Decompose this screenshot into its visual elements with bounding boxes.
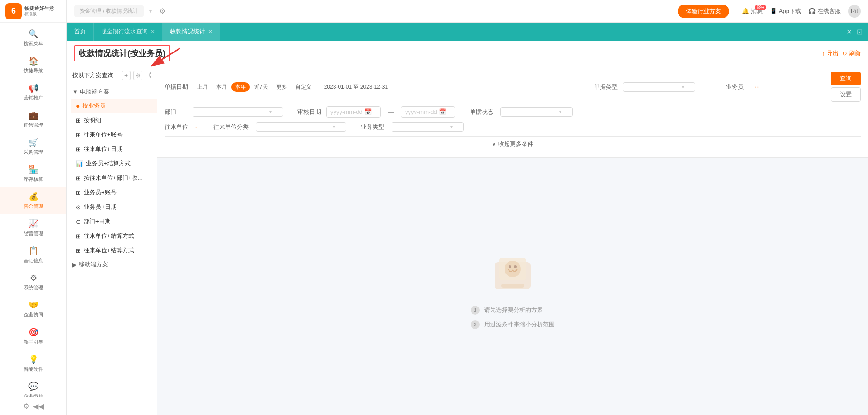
tab-receipt-close[interactable]: ✕ bbox=[208, 28, 212, 35]
query-button[interactable]: 查询 bbox=[831, 72, 861, 85]
sidebar: 6 畅捷通好生意 标准版 🔍 搜索菜单 🏠 快捷导航 📢 营销推广 💼 销售管理… bbox=[0, 0, 67, 415]
tree-item-salesperson-payment[interactable]: 📊 业务员+结算方式 bbox=[71, 156, 157, 171]
sidebar-item-sales[interactable]: 💼 销售管理 bbox=[0, 106, 66, 133]
set-button[interactable]: 设置 bbox=[831, 87, 861, 102]
svg-point-3 bbox=[509, 265, 511, 268]
page-title: 收款情况统计(按业务员) bbox=[74, 45, 170, 61]
tree-item-pp1-label: 往来单位+结算方式 bbox=[84, 232, 134, 240]
sidebar-item-basic[interactable]: 📋 基础信息 bbox=[0, 241, 66, 269]
collapse-more-bar[interactable]: ∧ 收起更多条件 bbox=[165, 136, 861, 152]
app-download-btn[interactable]: 📱 App下载 bbox=[770, 7, 801, 15]
tree-item-partner-account[interactable]: ⊞ 往来单位+账号 bbox=[71, 127, 157, 142]
biz-type-label: 业务类型 bbox=[361, 123, 384, 131]
date-tab-more[interactable]: 更多 bbox=[273, 82, 291, 92]
trial-button[interactable]: 体验行业方案 bbox=[678, 5, 729, 18]
sidebar-item-purchase[interactable]: 🛒 采购管理 bbox=[0, 133, 66, 160]
enterprise-icon: 🤝 bbox=[28, 300, 38, 310]
page-header: 收款情况统计(按业务员) ↑ 导出 ↻ 刷新 bbox=[67, 41, 868, 66]
sidebar-item-wechat[interactable]: 💬 企业微信 bbox=[0, 377, 66, 397]
step-1-number: 1 bbox=[471, 306, 480, 315]
tree-group-mobile[interactable]: ▶ 移动端方案 bbox=[67, 258, 157, 271]
svg-point-2 bbox=[505, 261, 521, 277]
sidebar-item-hardware[interactable]: 💡 智能硬件 bbox=[0, 350, 66, 377]
sidebar-item-operation[interactable]: 📈 经营管理 bbox=[0, 214, 66, 241]
tree-item-by-salesperson[interactable]: ● 按业务员 bbox=[71, 99, 157, 113]
user-avatar[interactable]: Rit bbox=[848, 5, 861, 18]
tab-receipt-stats[interactable]: 收款情况统计 ✕ bbox=[163, 23, 220, 41]
purchase-icon: 🛒 bbox=[28, 137, 38, 147]
date-tab-last-month[interactable]: 上月 bbox=[193, 82, 212, 92]
settings-footer-icon[interactable]: ⚙ bbox=[23, 402, 29, 410]
tree-item-pa-label: 往来单位+账号 bbox=[84, 131, 123, 139]
date-tab-7days[interactable]: 近7天 bbox=[250, 82, 272, 92]
doc-type-arrow: ▾ bbox=[682, 85, 684, 90]
tree-item-partner-date[interactable]: ⊞ 往来单位+日期 bbox=[71, 142, 157, 156]
tree-item-salesperson-account[interactable]: ⊞ 业务员+账号 bbox=[71, 185, 157, 200]
tab-bank-flow-close[interactable]: ✕ bbox=[151, 28, 155, 35]
date-tab-custom[interactable]: 自定义 bbox=[292, 82, 315, 92]
tab-home[interactable]: 首页 bbox=[67, 23, 94, 41]
filter-buttons: 查询 设置 bbox=[831, 72, 861, 102]
sidebar-item-system[interactable]: ⚙ 系统管理 bbox=[0, 269, 66, 296]
date-tab-this-month[interactable]: 本月 bbox=[212, 82, 231, 92]
refresh-button[interactable]: ↻ 刷新 bbox=[842, 49, 861, 57]
calendar-icon-from: 📅 bbox=[364, 108, 372, 115]
sidebar-item-search[interactable]: 🔍 搜索菜单 bbox=[0, 24, 66, 52]
biz-type-select[interactable]: ▾ bbox=[392, 122, 464, 132]
add-scheme-button[interactable]: + bbox=[122, 71, 131, 80]
tree-item-pp2-label: 往来单位+结算方式 bbox=[84, 246, 134, 255]
calendar-icon-to: 📅 bbox=[439, 108, 446, 115]
panel-collapse-button[interactable]: 《 bbox=[145, 71, 151, 80]
sidebar-item-sales-label: 销售管理 bbox=[24, 122, 43, 128]
message-btn[interactable]: 🔔 消息 99+ bbox=[742, 7, 763, 15]
finance-icon: 💰 bbox=[28, 192, 38, 202]
sidebar-item-enterprise-label: 企业协同 bbox=[24, 311, 43, 318]
filter-doctype-section: 单据类型 ▾ bbox=[594, 82, 721, 92]
sidebar-item-warehouse[interactable]: 🏪 库存核算 bbox=[0, 160, 66, 187]
salesperson-more-btn[interactable]: ··· bbox=[755, 84, 760, 90]
tree-expand-arrow: ▼ bbox=[72, 89, 78, 95]
scheme-settings-icon[interactable]: ⚙ bbox=[133, 71, 142, 80]
review-date-to[interactable]: yyyy-mm-dd 📅 bbox=[401, 106, 455, 118]
review-date-from[interactable]: yyyy-mm-dd 📅 bbox=[326, 106, 381, 118]
partner-more-btn[interactable]: ··· bbox=[194, 124, 199, 130]
tree-item-partner-dept[interactable]: ⊞ 按往来单位+部门+收... bbox=[71, 171, 157, 185]
sidebar-item-finance[interactable]: 💰 资金管理 bbox=[0, 187, 66, 214]
basic-icon: 📋 bbox=[28, 246, 38, 256]
breadcrumb-display: 资金管理 / 收款情况统计 bbox=[74, 5, 144, 17]
doc-type-label: 单据类型 bbox=[594, 83, 618, 91]
tree-item-partner-payment1[interactable]: ⊞ 往来单位+结算方式 bbox=[71, 229, 157, 243]
tree-item-dept-date[interactable]: ⊙ 部门+日期 bbox=[71, 214, 157, 229]
tree-item-sp-label: 业务员+结算方式 bbox=[86, 160, 131, 168]
dept-select[interactable]: ▾ bbox=[193, 107, 283, 117]
sidebar-item-hardware-label: 智能硬件 bbox=[24, 366, 43, 373]
doc-status-label: 单据状态 bbox=[470, 108, 493, 116]
doc-status-select[interactable]: ▾ bbox=[500, 107, 573, 117]
doc-type-select[interactable]: ▾ bbox=[623, 82, 695, 92]
date-tab-this-year[interactable]: 本年 bbox=[231, 82, 250, 92]
tree-item-by-detail[interactable]: ⊞ 按明细 bbox=[71, 113, 157, 127]
sidebar-item-quick[interactable]: 🏠 快捷导航 bbox=[0, 52, 66, 79]
pp1-icon: ⊞ bbox=[76, 233, 81, 240]
online-service-btn[interactable]: 🎧 在线客服 bbox=[808, 7, 841, 15]
window-maximize-icon[interactable]: ⊡ bbox=[857, 28, 863, 36]
sidebar-item-marketing[interactable]: 📢 营销推广 bbox=[0, 79, 66, 106]
partner-class-select[interactable]: ▾ bbox=[256, 122, 346, 132]
empty-step-1: 1 请先选择要分析的方案 bbox=[471, 306, 555, 315]
export-button[interactable]: ↑ 导出 bbox=[822, 49, 839, 57]
tree-item-salesperson-date[interactable]: ⊙ 业务员+日期 bbox=[71, 200, 157, 214]
window-close-icon[interactable]: ✕ bbox=[846, 28, 852, 36]
topbar-gear-icon[interactable]: ⚙ bbox=[159, 7, 165, 15]
tree-item-partner-payment2[interactable]: ⊞ 往来单位+结算方式 bbox=[71, 243, 157, 258]
tree-item-pdept-label: 按往来单位+部门+收... bbox=[84, 174, 142, 182]
right-panel: 单据日期 上月 本月 本年 近7天 更多 自定义 2023-01-01 至 20… bbox=[157, 66, 868, 415]
topbar-right: 🔔 消息 99+ 📱 App下载 🎧 在线客服 Rit bbox=[742, 5, 861, 18]
sidebar-item-enterprise[interactable]: 🤝 企业协同 bbox=[0, 296, 66, 323]
home-tab-label: 首页 bbox=[74, 28, 86, 36]
tree-group-desktop[interactable]: ▼ 电脑端方案 bbox=[67, 85, 157, 99]
collapse-sidebar-icon[interactable]: ◀◀ bbox=[33, 402, 44, 410]
detail-icon: ⊞ bbox=[76, 117, 81, 124]
left-panel: 按以下方案查询 + ⚙ 《 ▼ 电脑端方案 ● 按业务员 bbox=[67, 66, 157, 415]
tab-bank-flow[interactable]: 现金银行流水查询 ✕ bbox=[94, 23, 163, 41]
sidebar-item-guide[interactable]: 🎯 新手引导 bbox=[0, 323, 66, 350]
